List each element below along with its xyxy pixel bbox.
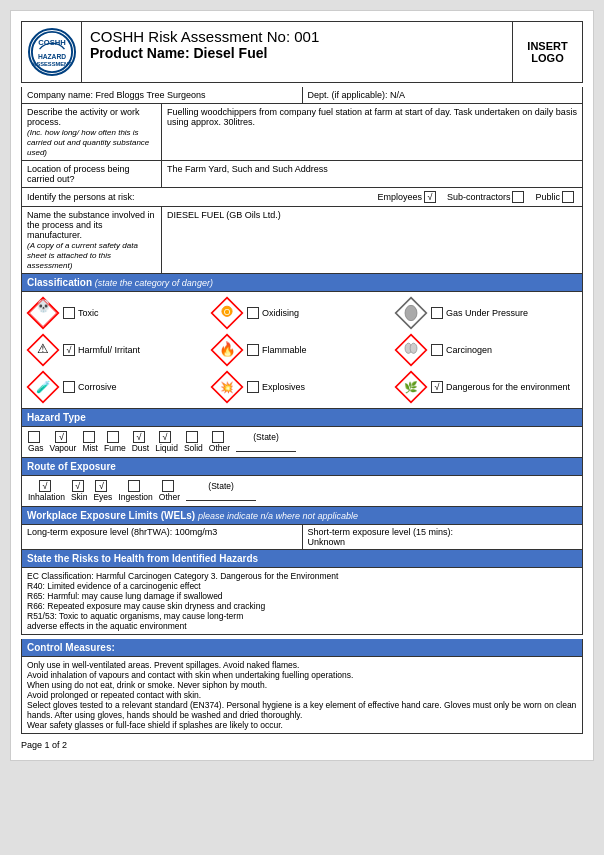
page-number: Page 1 of 2 xyxy=(21,740,67,750)
header-title: COSHH Risk Assessment No: 001 xyxy=(90,28,504,45)
route-state-label: (State) xyxy=(208,481,234,491)
company-name: Company name: Fred Bloggs Tree Surgeons xyxy=(22,87,303,103)
route-other-checkbox[interactable] xyxy=(162,480,174,492)
class-toxic: 💀 Toxic xyxy=(26,296,210,330)
class-harmful: ⚠ √ Harmful/ Irritant xyxy=(26,333,210,367)
hazard-mist-checkbox[interactable] xyxy=(83,431,95,443)
gas-checkbox[interactable] xyxy=(431,307,443,319)
wels-header: Workplace Exposure Limits (WELs) please … xyxy=(21,507,583,525)
flammable-checkbox[interactable] xyxy=(247,344,259,356)
route-skin: √ Skin xyxy=(71,480,88,502)
route-state: (State) xyxy=(186,481,256,501)
route-eyes: √ Eyes xyxy=(93,480,112,502)
header-title-prefix: COSHH xyxy=(90,28,144,45)
hazard-vapour: √ Vapour xyxy=(50,431,77,453)
svg-text:🔥: 🔥 xyxy=(219,341,236,358)
flammable-label: Flammable xyxy=(262,345,394,355)
subcontractors-check-item: Sub-contractors xyxy=(447,191,528,203)
class-row-2: ⚠ √ Harmful/ Irritant 🔥 Flammable xyxy=(26,333,578,367)
carcinogen-icon xyxy=(394,333,428,367)
hazard-mist: Mist xyxy=(82,431,98,453)
corrosive-checkbox[interactable] xyxy=(63,381,75,393)
route-inhalation-checkbox[interactable]: √ xyxy=(39,480,51,492)
hazard-dust: √ Dust xyxy=(132,431,149,453)
class-gas: Gas Under Pressure xyxy=(394,296,578,330)
route-section: √ Inhalation √ Skin √ Eyes Ingestion Oth… xyxy=(21,476,583,507)
route-ingestion: Ingestion xyxy=(118,480,153,502)
subcontractors-checkbox[interactable] xyxy=(512,191,524,203)
hazard-state-label: (State) xyxy=(253,432,279,442)
insert-logo: INSERTLOGO xyxy=(512,22,582,82)
hazard-fume-checkbox[interactable] xyxy=(107,431,119,443)
subcontractors-label: Sub-contractors xyxy=(447,192,511,202)
hazard-dust-label: Dust xyxy=(132,443,149,453)
header: COSHH HAZARD ASSESSMENT COSHH Risk Asses… xyxy=(21,21,583,83)
hazard-other: Other xyxy=(209,431,230,453)
class-row-3: 🧪 Corrosive 💥 Explosives 🌿 √ Dan xyxy=(26,370,578,404)
describe-content: Fuelling woodchippers from company fuel … xyxy=(162,104,582,160)
hazard-other-checkbox[interactable] xyxy=(212,431,224,443)
route-other: Other xyxy=(159,480,180,502)
state-risks-header: State the Risks to Health from Identifie… xyxy=(21,550,583,568)
persons-row: Identify the persons at risk: Employees … xyxy=(21,188,583,207)
hazard-mist-label: Mist xyxy=(82,443,98,453)
persons-label: Identify the persons at risk: xyxy=(27,192,367,202)
hazard-state-line xyxy=(236,442,296,452)
class-carcinogen: Carcinogen xyxy=(394,333,578,367)
wels-row: Long-term exposure level (8hrTWA): 100mg… xyxy=(21,525,583,550)
route-ingestion-checkbox[interactable] xyxy=(128,480,140,492)
environment-icon: 🌿 xyxy=(394,370,428,404)
employees-checkbox[interactable]: √ xyxy=(424,191,436,203)
hazard-gas-checkbox[interactable] xyxy=(28,431,40,443)
classification-header: Classification (state the category of da… xyxy=(21,274,583,292)
svg-text:⚠: ⚠ xyxy=(37,341,49,356)
route-eyes-checkbox[interactable]: √ xyxy=(95,480,107,492)
state-risks-line-2: R40: Limited evidence of a carcinogenic … xyxy=(27,581,577,591)
classification-grid: 💀 Toxic O Oxidising xyxy=(21,292,583,409)
hazard-type-row: Gas √ Vapour Mist Fume √ Dust √ Liquid xyxy=(28,431,576,453)
explosive-checkbox[interactable] xyxy=(247,381,259,393)
class-oxidising: O Oxidising xyxy=(210,296,394,330)
header-subtitle-value: Diesel Fuel xyxy=(193,45,267,61)
class-flammable: 🔥 Flammable xyxy=(210,333,394,367)
control-line-6: Wear safety glasses or full-face shield … xyxy=(27,720,577,730)
environment-checkbox[interactable]: √ xyxy=(431,381,443,393)
hazard-vapour-label: Vapour xyxy=(50,443,77,453)
public-label: Public xyxy=(535,192,560,202)
toxic-checkbox[interactable] xyxy=(63,307,75,319)
svg-text:🌿: 🌿 xyxy=(404,380,418,394)
route-skin-checkbox[interactable]: √ xyxy=(72,480,84,492)
hazard-dust-checkbox[interactable]: √ xyxy=(133,431,145,443)
route-header: Route of Exposure xyxy=(21,458,583,476)
carcinogen-checkbox[interactable] xyxy=(431,344,443,356)
hazard-liquid-checkbox[interactable]: √ xyxy=(159,431,171,443)
oxidising-checkbox[interactable] xyxy=(247,307,259,319)
svg-point-18 xyxy=(410,343,417,353)
route-inhalation-label: Inhalation xyxy=(28,492,65,502)
location-content: The Farm Yard, Such and Such Address xyxy=(162,161,582,187)
harmful-icon: ⚠ xyxy=(26,333,60,367)
header-title-suffix: Risk Assessment No: 001 xyxy=(144,28,319,45)
route-row: √ Inhalation √ Skin √ Eyes Ingestion Oth… xyxy=(28,480,576,502)
public-checkbox[interactable] xyxy=(562,191,574,203)
hazard-state: (State) xyxy=(236,432,296,452)
state-risks-line-6: adverse effects in the aquatic environme… xyxy=(27,621,577,631)
control-line-1: Only use in well-ventilated areas. Preve… xyxy=(27,660,577,670)
class-environment: 🌿 √ Dangerous for the environment xyxy=(394,370,578,404)
svg-point-11 xyxy=(405,305,417,320)
svg-text:HAZARD: HAZARD xyxy=(37,53,65,60)
hazard-other-label: Other xyxy=(209,443,230,453)
gas-label: Gas Under Pressure xyxy=(446,308,578,318)
employees-check-item: Employees √ xyxy=(377,191,439,203)
public-check-item: Public xyxy=(535,191,577,203)
harmful-checkbox[interactable]: √ xyxy=(63,344,75,356)
svg-text:O: O xyxy=(224,307,231,317)
header-main: COSHH Risk Assessment No: 001 Product Na… xyxy=(82,22,512,82)
hazard-solid-checkbox[interactable] xyxy=(186,431,198,443)
hazard-fume: Fume xyxy=(104,431,126,453)
describe-label: Describe the activity or work process. (… xyxy=(22,104,162,160)
flammable-icon: 🔥 xyxy=(210,333,244,367)
coshh-logo: COSHH HAZARD ASSESSMENT xyxy=(28,28,76,76)
hazard-vapour-checkbox[interactable]: √ xyxy=(55,431,67,443)
route-state-line xyxy=(186,491,256,501)
